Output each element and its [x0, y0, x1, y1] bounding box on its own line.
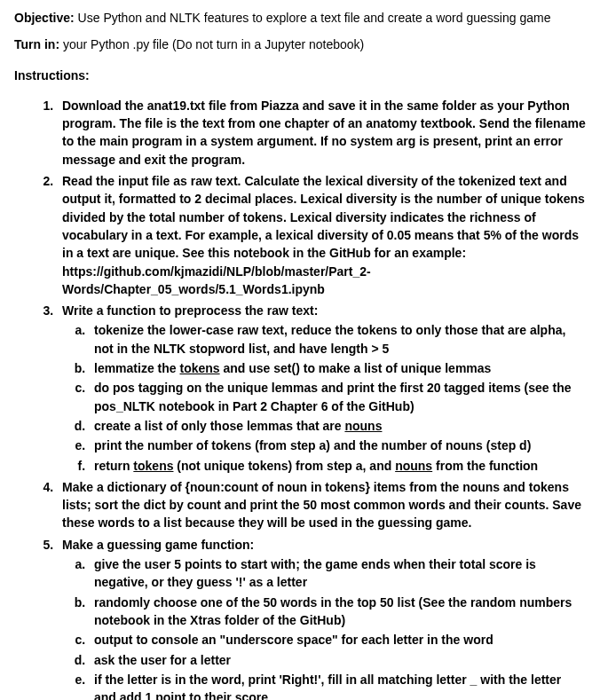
item-text: (not unique tokens) from step a, and	[173, 459, 395, 473]
list-item: lemmatize the tokens and use set() to ma…	[89, 359, 586, 377]
sublist: tokenize the lower-case raw text, reduce…	[62, 321, 586, 474]
objective-line: Objective: Use Python and NLTK features …	[14, 9, 586, 27]
item-text: lemmatize the	[94, 361, 179, 375]
item-text: give the user 5 points to start with; th…	[94, 557, 536, 589]
list-item: give the user 5 points to start with; th…	[89, 555, 586, 592]
list-item: Make a guessing game function: give the …	[57, 536, 586, 700]
turnin-label: Turn in:	[14, 37, 59, 51]
turnin-line: Turn in: your Python .py file (Do not tu…	[14, 35, 586, 53]
item-text: randomly choose one of the 50 words in t…	[94, 595, 572, 627]
item-text: Make a dictionary of {noun:count of noun…	[62, 480, 581, 531]
item-text: return	[94, 459, 133, 473]
objective-text: Use Python and NLTK features to explore …	[75, 11, 551, 25]
item-text: print the number of tokens (from step a)…	[94, 438, 531, 452]
list-item: print the number of tokens (from step a)…	[89, 437, 586, 454]
list-item: randomly choose one of the 50 words in t…	[89, 594, 586, 630]
item-text: Download the anat19.txt file from Piazza…	[62, 98, 586, 167]
underlined-text: nouns	[395, 459, 432, 473]
list-item: Download the anat19.txt file from Piazza…	[57, 97, 586, 169]
item-text: Write a function to preprocess the raw t…	[62, 303, 318, 318]
item-text: from the function	[432, 459, 538, 473]
item-text: ask the user for a letter	[94, 653, 231, 667]
item-text: tokenize the lower-case raw text, reduce…	[94, 323, 565, 355]
list-item: ask the user for a letter	[89, 651, 586, 669]
item-text: Make a guessing game function:	[62, 538, 254, 552]
list-item: Make a dictionary of {noun:count of noun…	[57, 478, 586, 532]
sublist: give the user 5 points to start with; th…	[62, 555, 586, 700]
underlined-text: nouns	[344, 419, 382, 433]
underlined-text: tokens	[133, 459, 173, 473]
objective-label: Objective:	[14, 11, 75, 25]
list-item: output to console an "underscore space" …	[89, 631, 586, 649]
underlined-text: tokens	[179, 361, 219, 375]
item-text: Read the input file as raw text. Calcula…	[62, 174, 585, 296]
list-item: if the letter is in the word, print 'Rig…	[89, 671, 586, 700]
item-text: create a list of only those lemmas that …	[94, 419, 344, 433]
list-item: return tokens (not unique tokens) from s…	[89, 457, 586, 475]
instructions-list: Download the anat19.txt file from Piazza…	[14, 97, 586, 700]
item-text: and use set() to make a list of unique l…	[220, 361, 492, 375]
list-item: do pos tagging on the unique lemmas and …	[89, 379, 586, 415]
item-text: do pos tagging on the unique lemmas and …	[94, 381, 572, 413]
turnin-text: your Python .py file (Do not turn in a J…	[59, 37, 364, 51]
list-item: Read the input file as raw text. Calcula…	[57, 172, 586, 298]
item-text: output to console an "underscore space" …	[94, 633, 493, 647]
item-text: if the letter is in the word, print 'Rig…	[94, 672, 561, 700]
list-item: create a list of only those lemmas that …	[89, 417, 586, 435]
list-item: tokenize the lower-case raw text, reduce…	[89, 321, 586, 358]
list-item: Write a function to preprocess the raw t…	[57, 302, 586, 475]
instructions-label: Instructions:	[14, 67, 586, 84]
